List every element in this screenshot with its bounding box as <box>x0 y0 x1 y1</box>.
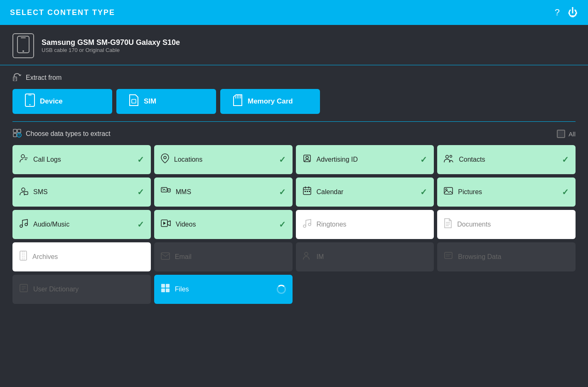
email-label: Email <box>175 253 192 261</box>
files-label: Files <box>175 286 189 293</box>
svg-rect-39 <box>309 191 310 192</box>
sms-icon <box>19 186 28 198</box>
svg-rect-16 <box>13 133 17 137</box>
memory-card-button-icon <box>233 94 243 108</box>
locations-item[interactable]: Locations ✓ <box>154 145 293 174</box>
call-logs-item[interactable]: Call Logs ✓ <box>12 145 151 174</box>
svg-rect-9 <box>132 99 136 103</box>
all-checkbox-box[interactable] <box>557 130 565 138</box>
pictures-label: Pictures <box>458 188 482 196</box>
data-types-label: Choose data types to extract <box>26 130 111 138</box>
archives-icon <box>19 251 27 263</box>
power-icon[interactable]: ⏻ <box>568 7 578 17</box>
svg-rect-59 <box>161 284 165 288</box>
help-icon[interactable]: ? <box>555 8 560 17</box>
sms-check: ✓ <box>137 187 144 197</box>
im-icon <box>303 251 312 263</box>
advertising-id-item[interactable]: Advertising ID ✓ <box>296 145 434 174</box>
browsing-data-icon <box>444 251 453 263</box>
files-item[interactable]: Files <box>154 275 293 304</box>
mms-check: ✓ <box>279 187 286 197</box>
svg-rect-62 <box>166 288 170 292</box>
pictures-item[interactable]: Pictures ✓ <box>437 177 576 207</box>
user-dictionary-label: User Dictionary <box>33 286 79 293</box>
svg-rect-37 <box>305 191 306 192</box>
device-button-icon <box>25 94 35 109</box>
audio-music-item[interactable]: Audio/Music ✓ <box>12 210 151 239</box>
sms-label: SMS <box>33 188 48 196</box>
sms-item[interactable]: SMS ✓ <box>12 177 151 207</box>
svg-rect-60 <box>166 284 170 288</box>
browsing-data-item: Browsing Data <box>437 242 576 271</box>
user-dictionary-item: User Dictionary <box>12 275 151 304</box>
calendar-check: ✓ <box>420 187 427 197</box>
advertising-id-check: ✓ <box>420 155 427 165</box>
svg-point-41 <box>445 189 447 190</box>
documents-item[interactable]: Documents <box>437 210 576 239</box>
svg-rect-52 <box>445 252 452 259</box>
svg-point-20 <box>21 155 25 158</box>
extract-from-section: Extract from Device SIM <box>0 65 588 114</box>
svg-point-25 <box>306 156 308 159</box>
contacts-item[interactable]: Contacts ✓ <box>437 145 576 174</box>
call-logs-icon <box>19 154 28 165</box>
header-title: SELECT CONTENT TYPE <box>10 8 115 17</box>
svg-rect-14 <box>13 129 17 133</box>
svg-rect-38 <box>307 191 308 192</box>
files-spinner <box>277 285 286 294</box>
svg-point-8 <box>30 104 31 106</box>
svg-rect-61 <box>161 288 165 292</box>
advertising-id-icon <box>303 154 312 165</box>
svg-rect-32 <box>167 189 170 192</box>
files-icon <box>161 283 170 295</box>
videos-item[interactable]: Videos ✓ <box>154 210 293 239</box>
ringtones-icon <box>303 219 312 230</box>
documents-icon <box>444 218 452 231</box>
memory-card-button[interactable]: Memory Card <box>220 89 320 114</box>
data-types-grid: Call Logs ✓ Locations ✓ <box>12 145 576 304</box>
videos-check: ✓ <box>279 219 286 229</box>
audio-music-check: ✓ <box>137 219 144 229</box>
extract-from-title: Extract from <box>12 72 576 83</box>
archives-item[interactable]: Archives <box>12 242 151 271</box>
mms-item[interactable]: MMS ✓ <box>154 177 293 207</box>
sim-button-label: SIM <box>144 97 156 106</box>
videos-label: Videos <box>176 221 196 228</box>
mms-icon <box>161 186 171 198</box>
pictures-icon <box>444 186 453 198</box>
browsing-data-label: Browsing Data <box>458 253 501 261</box>
device-name: Samsung GSM SM-G970U Galaxy S10e <box>42 38 180 47</box>
all-checkbox-label: All <box>568 131 576 138</box>
extract-from-label: Extract from <box>26 74 62 81</box>
device-icon <box>12 33 34 58</box>
svg-marker-43 <box>163 222 166 225</box>
calendar-item[interactable]: Calendar ✓ <box>296 177 434 207</box>
extract-from-icon <box>12 72 22 83</box>
svg-rect-7 <box>28 95 32 96</box>
ringtones-item[interactable]: Ringtones <box>296 210 434 239</box>
svg-point-2 <box>22 50 24 52</box>
contacts-check: ✓ <box>562 155 569 165</box>
svg-rect-40 <box>444 187 453 194</box>
videos-icon <box>161 219 171 230</box>
audio-music-icon <box>19 219 28 230</box>
advertising-id-label: Advertising ID <box>317 156 358 163</box>
email-icon <box>161 251 170 262</box>
device-button-label: Device <box>40 97 63 106</box>
svg-rect-1 <box>21 37 26 38</box>
pictures-check: ✓ <box>562 187 569 197</box>
svg-point-23 <box>164 156 166 159</box>
im-item: IM <box>296 242 434 271</box>
device-button[interactable]: Device <box>12 89 112 114</box>
email-item: Email <box>154 242 293 271</box>
audio-music-label: Audio/Music <box>33 221 69 228</box>
contacts-label: Contacts <box>459 156 485 163</box>
extract-buttons: Device SIM Memory <box>12 89 576 114</box>
call-logs-label: Call Logs <box>33 156 61 163</box>
svg-point-19 <box>19 136 20 136</box>
svg-rect-15 <box>17 129 21 133</box>
user-dictionary-icon <box>19 283 28 295</box>
all-checkbox[interactable]: All <box>557 130 576 138</box>
sim-button[interactable]: SIM <box>116 89 216 114</box>
contacts-icon <box>444 154 454 165</box>
